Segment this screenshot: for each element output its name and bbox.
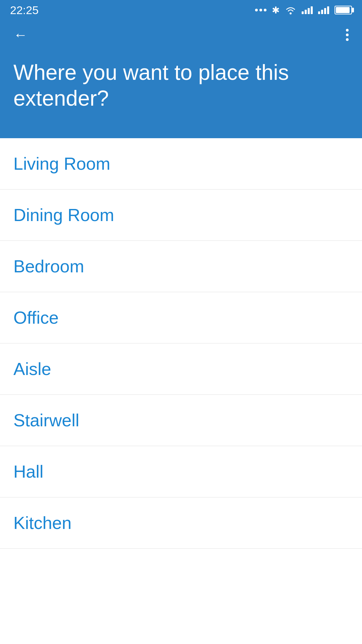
page-title: Where you want to place this extender? xyxy=(13,60,349,111)
list-item-label-office: Office xyxy=(13,308,59,327)
more-dot-1 xyxy=(346,29,349,32)
list-item-stairwell[interactable]: Stairwell xyxy=(0,395,362,446)
title-section: Where you want to place this extender? xyxy=(0,46,362,138)
back-arrow-icon: ← xyxy=(13,27,27,43)
list-item-hall[interactable]: Hall xyxy=(0,446,362,497)
header-bar: ← xyxy=(0,20,362,46)
dots-icon xyxy=(255,9,266,11)
list-item-label-dining-room: Dining Room xyxy=(13,205,114,225)
battery-icon xyxy=(335,6,352,14)
status-icons: ✱ xyxy=(255,5,352,16)
list-item-bedroom[interactable]: Bedroom xyxy=(0,241,362,292)
list-item-living-room[interactable]: Living Room xyxy=(0,138,362,190)
list-item-label-aisle: Aisle xyxy=(13,359,51,379)
location-list: Living RoomDining RoomBedroomOfficeAisle… xyxy=(0,138,362,549)
list-item-aisle[interactable]: Aisle xyxy=(0,343,362,395)
list-item-label-bedroom: Bedroom xyxy=(13,257,84,276)
more-options-button[interactable] xyxy=(346,29,349,41)
list-item-office[interactable]: Office xyxy=(0,292,362,343)
svg-point-0 xyxy=(290,12,292,14)
list-item-label-kitchen: Kitchen xyxy=(13,513,71,533)
status-bar: 22:25 ✱ xyxy=(0,0,362,20)
list-item-kitchen[interactable]: Kitchen xyxy=(0,497,362,549)
more-dot-3 xyxy=(346,38,349,41)
wifi-icon xyxy=(285,5,296,15)
list-item-dining-room[interactable]: Dining Room xyxy=(0,190,362,241)
signal-bars-1 xyxy=(302,6,313,14)
more-dot-2 xyxy=(346,34,349,36)
back-button[interactable]: ← xyxy=(13,27,27,43)
signal-bars-2 xyxy=(318,6,329,14)
list-item-label-hall: Hall xyxy=(13,462,44,481)
list-item-label-stairwell: Stairwell xyxy=(13,411,79,430)
status-time: 22:25 xyxy=(10,4,39,17)
bluetooth-icon: ✱ xyxy=(272,5,280,16)
list-item-label-living-room: Living Room xyxy=(13,154,110,173)
